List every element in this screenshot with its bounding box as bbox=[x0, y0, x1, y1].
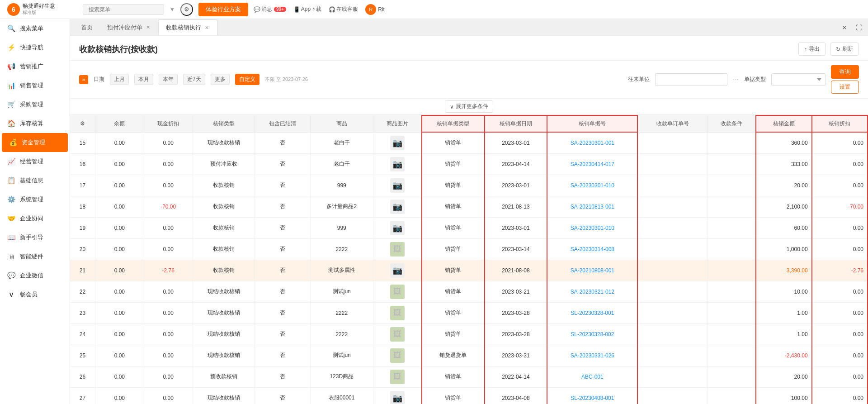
system-icon: ⚙️ bbox=[7, 195, 15, 204]
page-title: 收款核销执行(按收款) bbox=[79, 44, 158, 55]
col-header-cash-discount: 现金折扣 bbox=[144, 115, 193, 132]
sidebar-item-purchase[interactable]: 🛒 采购管理 bbox=[0, 95, 70, 114]
table-row: 160.000.00预付冲应收否老白干📷销货单2023-04-14SA-2023… bbox=[70, 153, 868, 175]
expand-conditions-btn[interactable]: ∨ 展开更多条件 bbox=[445, 100, 493, 113]
top-nav-right: 💬 消息 99+ 📱 App下载 🎧 在线客服 R Rit bbox=[254, 4, 385, 15]
tab-prepayment-close[interactable]: ✕ bbox=[145, 24, 151, 30]
table-row: 220.000.00现结收款核销否测试jun🖼销货单2023-03-21SA-2… bbox=[70, 281, 868, 302]
bill-no-link[interactable]: SL-20230328-001 bbox=[571, 310, 614, 316]
sidebar-item-hardware[interactable]: 🖥 智能硬件 bbox=[0, 247, 70, 266]
sidebar-item-inventory[interactable]: 🏠 库存核算 bbox=[0, 114, 70, 133]
bill-no-link[interactable]: SA-20230331-026 bbox=[571, 352, 614, 359]
bill-no-link[interactable]: SL-20230328-002 bbox=[571, 331, 614, 337]
tab-receipt-cancel-close[interactable]: ✕ bbox=[204, 25, 210, 31]
content-area: 首页 预付冲应付单 ✕ 收款核销执行 ✕ ✕ ⛶ 收款核销执行(按收款) ↑ bbox=[70, 19, 868, 404]
collapse-filter-btn[interactable]: » bbox=[79, 75, 88, 84]
col-header-cancel-discount: 核销折扣 bbox=[812, 115, 868, 132]
col-header-cancel-bill-no: 核销单据号 bbox=[547, 115, 637, 132]
col-header-balance: 余额 bbox=[95, 115, 144, 132]
expand-icon: ∨ bbox=[450, 104, 454, 110]
sidebar-item-guide[interactable]: 📖 新手引导 bbox=[0, 228, 70, 247]
sidebar-item-finance[interactable]: 💰 资金管理 bbox=[2, 133, 68, 152]
top-bar: 6 畅捷通好生意 标准版 ▼ ⚙ 体验行业方案 💬 消息 99+ 📱 App下载… bbox=[0, 0, 868, 19]
sidebar-item-collab[interactable]: 🤝 企业协同 bbox=[0, 209, 70, 228]
industry-solution-btn[interactable]: 体验行业方案 bbox=[198, 3, 248, 16]
dropdown-area[interactable]: ▼ bbox=[170, 6, 175, 13]
search-input[interactable] bbox=[83, 4, 164, 15]
bill-no-link[interactable]: SA-20210813-001 bbox=[571, 204, 614, 210]
sidebar-item-wechat[interactable]: 💬 企业微信 bbox=[0, 266, 70, 285]
sidebar-item-sales[interactable]: 📊 销售管理 bbox=[0, 76, 70, 95]
sidebar-item-marketing[interactable]: 📢 营销推广 bbox=[0, 57, 70, 76]
export-btn[interactable]: ↑ 导出 bbox=[798, 43, 826, 56]
table-row: 150.000.00现结收款核销否老白干📷销货单2023-03-01SA-202… bbox=[70, 132, 868, 153]
bill-no-link[interactable]: SL-20230408-001 bbox=[571, 395, 614, 401]
tab-receipt-cancel[interactable]: 收款核销执行 ✕ bbox=[158, 19, 217, 35]
bill-no-link[interactable]: ABC-001 bbox=[581, 374, 604, 380]
bill-no-link[interactable]: SA-20230301-010 bbox=[571, 182, 614, 189]
refresh-icon: ↻ bbox=[836, 46, 840, 52]
custom-date-btn[interactable]: 自定义 bbox=[235, 74, 259, 85]
this-year-btn[interactable]: 本年 bbox=[159, 74, 178, 85]
sidebar-item-search[interactable]: 🔍 搜索菜单 bbox=[0, 19, 70, 38]
sidebar-item-system[interactable]: ⚙️ 系统管理 bbox=[0, 190, 70, 209]
message-btn[interactable]: 💬 消息 99+ bbox=[254, 5, 286, 13]
sidebar: 🔍 搜索菜单 ⚡ 快捷导航 📢 营销推广 📊 销售管理 🛒 采购管理 🏠 库存核… bbox=[0, 19, 70, 404]
app-name: 畅捷通好生意 bbox=[23, 3, 55, 10]
tab-home[interactable]: 首页 bbox=[74, 24, 100, 32]
col-header-cancel-amount: 核销金额 bbox=[756, 115, 811, 132]
table-row: 260.000.00预收款核销否123D商品🖼销货单2022-04-14ABC-… bbox=[70, 366, 868, 387]
this-month-btn[interactable]: 本月 bbox=[134, 74, 153, 85]
service-icon: 🎧 bbox=[329, 6, 335, 13]
online-service-btn[interactable]: 🎧 在线客服 bbox=[329, 5, 358, 13]
app-download-btn[interactable]: 📱 App下载 bbox=[293, 5, 321, 13]
user-profile-btn[interactable]: R Rit bbox=[365, 4, 385, 15]
bill-no-link[interactable]: SA-20230301-001 bbox=[571, 140, 614, 146]
last-month-btn[interactable]: 上月 bbox=[110, 74, 129, 85]
col-header-product: 商品 bbox=[310, 115, 373, 132]
date-filter-label: 日期 bbox=[94, 76, 104, 83]
counterparty-dots: ··· bbox=[733, 76, 739, 84]
last7-btn[interactable]: 近7天 bbox=[183, 74, 205, 85]
hardware-icon: 🖥 bbox=[7, 252, 15, 261]
col-header-cancel-type: 核销类型 bbox=[193, 115, 255, 132]
col-header-cancel-bill-date: 核销单据日期 bbox=[485, 115, 547, 132]
basic-info-icon: 📋 bbox=[7, 176, 15, 185]
col-header-product-img: 商品图片 bbox=[373, 115, 422, 132]
sidebar-item-basic-info[interactable]: 📋 基础信息 bbox=[0, 171, 70, 190]
wechat-icon: 💬 bbox=[7, 271, 15, 280]
more-date-btn[interactable]: 更多 bbox=[211, 74, 230, 85]
bill-no-link[interactable]: SA-20230414-017 bbox=[571, 161, 614, 167]
receipt-type-label: 单据类型 bbox=[744, 76, 766, 83]
tab-prepayment[interactable]: 预付冲应付单 ✕ bbox=[100, 20, 158, 35]
table-row: 200.000.00收款核销否2222🖼销货单2023-03-14SA-2023… bbox=[70, 238, 868, 260]
sidebar-item-quicknav[interactable]: ⚡ 快捷导航 bbox=[0, 38, 70, 57]
guide-icon: 📖 bbox=[7, 233, 15, 242]
bill-no-link[interactable]: SA-20210808-001 bbox=[571, 267, 614, 274]
main-layout: 🔍 搜索菜单 ⚡ 快捷导航 📢 营销推广 📊 销售管理 🛒 采购管理 🏠 库存核… bbox=[0, 19, 868, 404]
counterparty-input[interactable] bbox=[655, 73, 727, 86]
col-header-receipt-order-no: 收款单订单号 bbox=[637, 115, 707, 132]
query-btn[interactable]: 查询 bbox=[831, 65, 859, 79]
tab-bar: 首页 预付冲应付单 ✕ 收款核销执行 ✕ ✕ ⛶ bbox=[70, 19, 868, 36]
quicknav-icon: ⚡ bbox=[7, 43, 15, 52]
refresh-btn[interactable]: ↻ 刷新 bbox=[830, 43, 859, 56]
message-badge: 99+ bbox=[274, 7, 286, 12]
sidebar-item-operations[interactable]: 📈 经营管理 bbox=[0, 152, 70, 171]
bill-no-link[interactable]: SA-20230321-012 bbox=[571, 289, 614, 295]
bill-no-link[interactable]: SA-20230314-008 bbox=[571, 246, 614, 252]
operations-icon: 📈 bbox=[7, 157, 15, 166]
dropdown-arrow: ▼ bbox=[170, 6, 175, 13]
receipt-type-select[interactable] bbox=[771, 73, 826, 86]
collab-icon: 🤝 bbox=[7, 214, 15, 223]
table-area[interactable]: ⚙ 余额 现金折扣 核销类型 包含已结清 商品 商品图片 核销单据类型 核销单据… bbox=[70, 115, 868, 404]
maximize-btn[interactable]: ⛶ bbox=[854, 22, 864, 33]
settings-gear-btn[interactable]: ⚙ bbox=[180, 3, 193, 16]
sales-icon: 📊 bbox=[7, 81, 15, 90]
sidebar-item-member[interactable]: V 畅会员 bbox=[0, 285, 70, 304]
table-row: 270.000.00现结收款核销否衣服00001📷销货单2023-04-08SL… bbox=[70, 387, 868, 404]
bill-no-link[interactable]: SA-20230301-010 bbox=[571, 225, 614, 231]
close-window-btn[interactable]: ✕ bbox=[839, 22, 850, 33]
settings-filter-btn[interactable]: 设置 bbox=[831, 81, 859, 94]
col-header-settings[interactable]: ⚙ bbox=[70, 115, 95, 132]
